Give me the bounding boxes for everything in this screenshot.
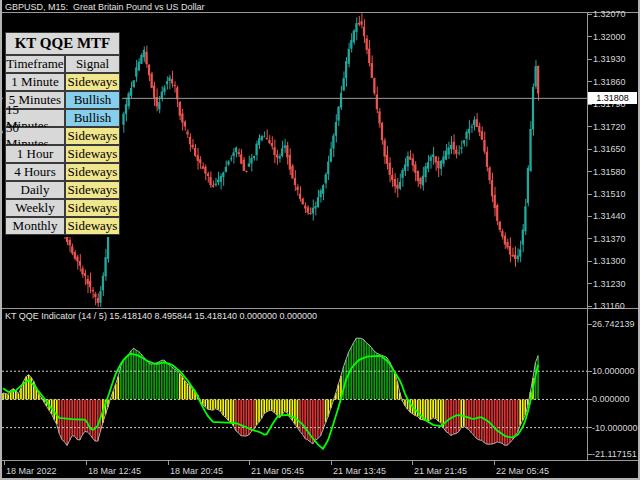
price-tick bbox=[588, 216, 592, 217]
price-axis-label: 1.32000 bbox=[593, 32, 626, 42]
time-axis-label: 18 Mar 20:45 bbox=[170, 466, 223, 476]
price-tick bbox=[588, 14, 592, 15]
time-axis-label: 18 Mar 2022 bbox=[6, 466, 57, 476]
time-tick bbox=[412, 461, 413, 465]
indicator-title: KT QQE Indicator (14 / 5) 15.418140 8.49… bbox=[5, 311, 317, 321]
price-axis-label: 1.31720 bbox=[593, 122, 626, 132]
time-tick bbox=[494, 461, 495, 465]
price-tick bbox=[588, 194, 592, 195]
time-axis-separator-line bbox=[0, 460, 640, 461]
qqe-mtf-timeframe-cell: 30 Minutes bbox=[5, 127, 65, 145]
qqe-mtf-signal-cell: Sideways bbox=[65, 145, 120, 163]
price-axis-label: 1.31370 bbox=[593, 234, 626, 244]
price-axis-label: 1.31930 bbox=[593, 54, 626, 64]
qqe-mtf-timeframe-cell: Monthly bbox=[5, 217, 65, 235]
time-axis-label: 21 Mar 13:45 bbox=[333, 466, 386, 476]
price-axis-label: 1.31510 bbox=[593, 189, 626, 199]
price-axis-label: 1.31440 bbox=[593, 211, 626, 221]
price-axis-label: 1.31580 bbox=[593, 167, 626, 177]
price-axis-label: 1.31300 bbox=[593, 256, 626, 266]
price-tick bbox=[588, 59, 592, 60]
qqe-mtf-signal-cell: Bullish bbox=[65, 109, 120, 127]
time-tick bbox=[168, 461, 169, 465]
qqe-mtf-row: MonthlySideways bbox=[5, 217, 120, 235]
qqe-mtf-signal-cell: Sideways bbox=[65, 163, 120, 181]
indicator-axis-label: 0.000000 bbox=[592, 394, 630, 404]
indicator-canvas[interactable] bbox=[2, 324, 587, 459]
price-axis-label: 1.31230 bbox=[593, 279, 626, 289]
price-tick bbox=[588, 36, 592, 37]
qqe-mtf-timeframe-cell: Weekly bbox=[5, 199, 65, 217]
indicator-separator-line[interactable] bbox=[0, 308, 640, 309]
qqe-mtf-signal-cell: Sideways bbox=[65, 199, 120, 217]
qqe-mtf-row: 1 MinuteSideways bbox=[5, 73, 120, 91]
indicator-axis-label: -21.117151 bbox=[592, 449, 637, 459]
price-tick bbox=[588, 149, 592, 150]
price-axis-label: 1.32070 bbox=[593, 9, 626, 19]
time-tick bbox=[4, 461, 5, 465]
price-axis-label: 1.31860 bbox=[593, 77, 626, 87]
qqe-mtf-signal-cell: Bullish bbox=[65, 91, 120, 109]
qqe-mtf-signal-cell: Sideways bbox=[65, 217, 120, 235]
indicator-axis-label: 10.000000 bbox=[592, 366, 635, 376]
indicator-axis-label: 26.742139 bbox=[592, 319, 635, 329]
qqe-mtf-row: 1 HourSideways bbox=[5, 145, 120, 163]
time-axis-label: 18 Mar 12:45 bbox=[88, 466, 141, 476]
price-axis-label: 1.31650 bbox=[593, 144, 626, 154]
qqe-mtf-panel-title: KT QQE MTF bbox=[5, 32, 120, 55]
price-axis-border-line bbox=[587, 13, 588, 460]
qqe-mtf-signal-cell: Sideways bbox=[65, 73, 120, 91]
price-tick bbox=[588, 238, 592, 239]
time-tick bbox=[86, 461, 87, 465]
window-border-left bbox=[0, 0, 2, 480]
price-tick bbox=[588, 171, 592, 172]
qqe-mtf-row: 4 HoursSideways bbox=[5, 163, 120, 181]
qqe-mtf-signal-cell: Sideways bbox=[65, 181, 120, 199]
chart-title: GBPUSD, M15: Great Britain Pound vs US D… bbox=[5, 2, 205, 12]
qqe-mtf-timeframe-cell: 1 Minute bbox=[5, 73, 65, 91]
chart-window: GBPUSD, M15: Great Britain Pound vs US D… bbox=[0, 0, 640, 480]
price-axis-label: 1.31160 bbox=[593, 301, 625, 311]
price-tick bbox=[588, 306, 592, 307]
time-tick bbox=[331, 461, 332, 465]
qqe-mtf-rows: 1 MinuteSideways5 MinutesBullish15 Minut… bbox=[5, 73, 120, 235]
time-axis-label: 21 Mar 05:45 bbox=[251, 466, 304, 476]
price-tick bbox=[588, 283, 592, 284]
qqe-mtf-col-timeframe: Timeframe bbox=[5, 55, 65, 73]
qqe-mtf-row: 30 MinutesSideways bbox=[5, 127, 120, 145]
time-axis-label: 22 Mar 05:45 bbox=[496, 466, 549, 476]
qqe-mtf-timeframe-cell: 4 Hours bbox=[5, 163, 65, 181]
indicator-axis-label: -10.000000 bbox=[592, 423, 638, 433]
price-tick bbox=[588, 261, 592, 262]
qqe-mtf-col-signal: Signal bbox=[65, 55, 120, 73]
bid-price-box: 1.31808 bbox=[588, 92, 637, 104]
qqe-mtf-panel: KT QQE MTF Timeframe Signal 1 MinuteSide… bbox=[3, 30, 122, 237]
qqe-mtf-header-row: Timeframe Signal bbox=[5, 55, 120, 73]
price-tick bbox=[588, 126, 592, 127]
qqe-mtf-signal-cell: Sideways bbox=[65, 127, 120, 145]
qqe-mtf-timeframe-cell: Daily bbox=[5, 181, 65, 199]
qqe-mtf-row: DailySideways bbox=[5, 181, 120, 199]
time-tick bbox=[249, 461, 250, 465]
time-axis-label: 21 Mar 21:45 bbox=[414, 466, 467, 476]
qqe-mtf-timeframe-cell: 1 Hour bbox=[5, 145, 65, 163]
qqe-mtf-row: WeeklySideways bbox=[5, 199, 120, 217]
price-tick bbox=[588, 81, 592, 82]
